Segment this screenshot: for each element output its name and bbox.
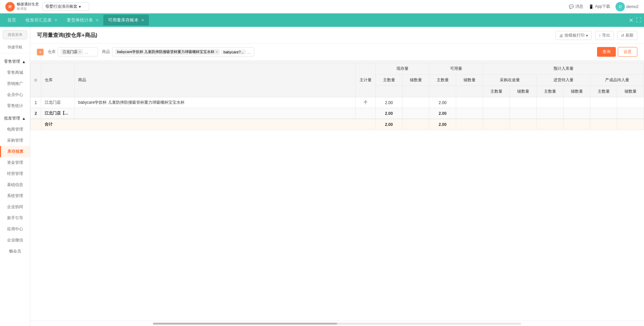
- row2-avail-main: 2.00: [429, 108, 456, 119]
- th-avail-main-2: [429, 86, 456, 97]
- filter-product-label: 商品: [102, 49, 110, 55]
- filter-product-input[interactable]: babycare学饮杯 儿童防摔防撞吸管杯重力球吸嘴杯宝宝水杯 ✕ babyca…: [112, 47, 254, 56]
- logo-text-area: 畅捷通好生意 标准版: [17, 2, 39, 11]
- tab-order-stats-close[interactable]: ✕: [96, 18, 99, 22]
- total-stock-main: 2.00: [376, 119, 402, 130]
- sidebar-group-retail-header[interactable]: 零售管理 ▲: [0, 56, 30, 67]
- top-bar: 好 畅捷通好生意 标准版 母婴行业演示账套 ▾ 💬 消息 📱 App下载 D d…: [0, 0, 644, 13]
- sidebar-item-app-center[interactable]: 应用中心: [0, 224, 30, 235]
- th-stock-aux-2: [402, 86, 429, 97]
- refresh-btn[interactable]: ↺ 刷新: [617, 31, 637, 40]
- th-avail-main: 主数量: [429, 75, 456, 86]
- th-inc-aux: 辅数量: [564, 86, 590, 97]
- logo-sub: 标准版: [17, 6, 39, 11]
- filter-product-dots[interactable]: ...: [247, 49, 251, 55]
- sidebar-divider-1: [0, 53, 30, 53]
- export-btn[interactable]: ↑ 导出: [595, 31, 614, 40]
- sidebar-item-retail-mall[interactable]: 零售商城: [0, 67, 30, 78]
- sidebar-item-member-plus[interactable]: 畅会员: [0, 246, 30, 257]
- row1-prod-aux: [617, 97, 644, 108]
- row1-unit: 个: [356, 97, 376, 108]
- search-menu-btn[interactable]: 搜索菜单: [3, 30, 27, 39]
- main-layout: 搜索菜单 快捷导航 零售管理 ▲ 零售商城 营销推广 会员中心 零售统计 批发管…: [0, 27, 644, 326]
- row2-stock-aux: [402, 108, 429, 119]
- total-proc-aux: [510, 119, 537, 130]
- sidebar-item-members[interactable]: 会员中心: [0, 89, 30, 100]
- row2-product: [75, 108, 356, 119]
- filter-area: » 仓库 江北门店 ✕ ... 商品 babycare学饮杯 儿童防摔防撞吸管杯…: [30, 44, 644, 60]
- sidebar-item-ecommerce[interactable]: 电商管理: [0, 124, 30, 135]
- sidebar-item-basic-info[interactable]: 基础信息: [0, 179, 30, 190]
- table-container[interactable]: ⚙ 仓库 商品 主计量 现存量 可用量 预计入库量 主数量 辅数量 主数量 辅数…: [30, 63, 644, 321]
- row1-stock-aux: [402, 97, 429, 108]
- filter-warehouse-dots[interactable]: ...: [85, 49, 89, 55]
- sidebar-item-operations[interactable]: 经营管理: [0, 168, 30, 179]
- tab-order-stats-label: 要货单统计表: [67, 17, 93, 23]
- user-area[interactable]: D demo2: [615, 2, 639, 11]
- total-avail-main: 2.00: [429, 119, 456, 130]
- filter-warehouse-tag-close[interactable]: ✕: [78, 50, 81, 54]
- refresh-icon: ↺: [621, 33, 624, 38]
- total-label: 合计: [41, 119, 376, 130]
- filter-warehouse-input[interactable]: 江北门店 ✕ ...: [58, 47, 98, 56]
- logo-area: 好 畅捷通好生意 标准版: [5, 2, 39, 11]
- row1-inc-aux: [564, 97, 590, 108]
- total-prod-aux: [617, 119, 644, 130]
- sidebar-item-marketing[interactable]: 营销推广: [0, 78, 30, 89]
- table-row: 1 江北门店 babycare学饮杯 儿童防摔防撞吸管杯重力球吸嘴杯宝宝水杯 个…: [31, 97, 644, 108]
- tab-home[interactable]: 首页: [3, 15, 21, 26]
- sidebar-group-wholesale-header[interactable]: 批发管理 ▲: [0, 113, 30, 124]
- total-inc-main: [537, 119, 564, 130]
- sidebar-group-wholesale: 批发管理 ▲: [0, 113, 30, 124]
- filter-product-tag1-close[interactable]: ✕: [215, 50, 218, 54]
- row2-proc-main: [483, 108, 510, 119]
- template-print-btn[interactable]: 🖨 按模板打印 ▾: [555, 31, 592, 40]
- tab-available-inventory-close[interactable]: ✕: [141, 18, 144, 22]
- sidebar-item-wechat[interactable]: 企业微信: [0, 235, 30, 246]
- quick-nav-btn[interactable]: 快捷导航: [0, 43, 30, 52]
- sidebar-item-system[interactable]: 系统管理: [0, 190, 30, 201]
- row2-avail-aux: [456, 108, 483, 119]
- tab-receive-summary-label: 收发存汇总表: [25, 17, 52, 23]
- sidebar-item-guide[interactable]: 新手引导: [0, 213, 30, 224]
- th-product: 商品: [75, 63, 356, 97]
- sidebar-item-enterprise[interactable]: 企业协同: [0, 201, 30, 213]
- total-empty-1: [31, 119, 41, 130]
- message-btn[interactable]: 💬 消息: [569, 4, 583, 9]
- tab-available-inventory[interactable]: 可用量库存账本 ✕: [103, 15, 149, 26]
- sidebar-group-retail-label: 零售管理: [4, 59, 20, 64]
- tab-receive-summary[interactable]: 收发存汇总表 ✕: [21, 15, 62, 26]
- settings-icon[interactable]: ⚙: [34, 78, 38, 83]
- th-procurement: 采购在途量: [483, 75, 537, 86]
- th-expected-in: 预计入库量: [483, 63, 644, 75]
- setting-btn[interactable]: 设置: [618, 47, 637, 57]
- chevron-icon-retail: ▲: [22, 59, 26, 64]
- sidebar-item-inventory[interactable]: 库存核算: [0, 146, 30, 157]
- filter-expand-btn[interactable]: »: [37, 49, 44, 55]
- industry-selector[interactable]: 母婴行业演示账套 ▾: [42, 2, 89, 11]
- app-download-btn[interactable]: 📱 App下载: [589, 4, 610, 9]
- row1-proc-aux: [510, 97, 537, 108]
- th-inc-main: 主数量: [537, 86, 564, 97]
- tab-receive-summary-close[interactable]: ✕: [54, 18, 57, 22]
- fullscreen-icon[interactable]: ⛶: [636, 17, 641, 23]
- scrollbar-thumb[interactable]: [153, 323, 337, 325]
- row2-proc-aux: [510, 108, 537, 119]
- sidebar-item-purchase[interactable]: 采购管理: [0, 135, 30, 146]
- query-btn[interactable]: 查询: [597, 47, 616, 57]
- th-unit: 主计量: [356, 63, 376, 97]
- close-all-tabs-icon[interactable]: ✕: [629, 17, 633, 24]
- row2-warehouse: 江北门店【...: [41, 108, 75, 119]
- scrollbar-track[interactable]: [153, 323, 521, 325]
- tab-order-stats[interactable]: 要货单统计表 ✕: [62, 15, 103, 26]
- row2-inc-main: [537, 108, 564, 119]
- th-warehouse: 仓库: [41, 63, 75, 97]
- sidebar-item-finance[interactable]: 资金管理: [0, 157, 30, 168]
- export-icon: ↑: [599, 33, 601, 38]
- th-prod-aux: 辅数量: [617, 86, 644, 97]
- chevron-down-print-icon: ▾: [586, 33, 588, 38]
- row2-stock-main: 2.00: [376, 108, 402, 119]
- row2-prod-aux: [617, 108, 644, 119]
- row2-prod-main: [590, 108, 617, 119]
- sidebar-item-retail-stats[interactable]: 零售统计: [0, 100, 30, 111]
